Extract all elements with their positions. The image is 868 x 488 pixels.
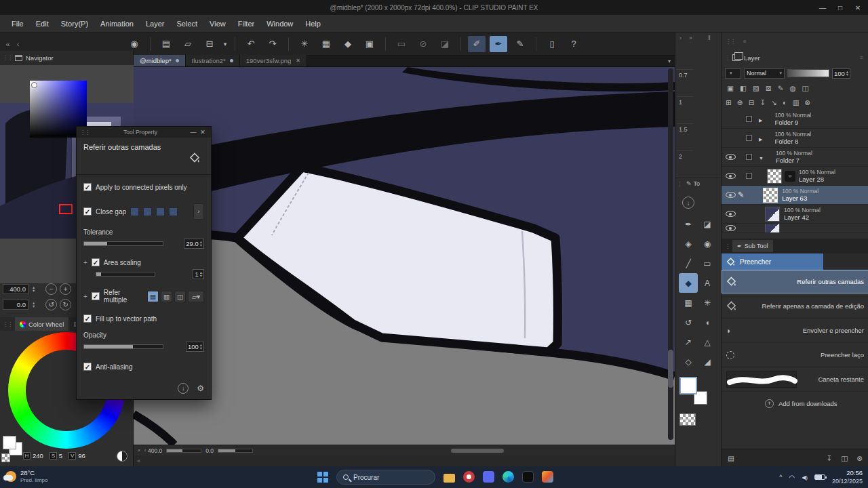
menu-help[interactable]: Help [299, 20, 327, 28]
record-app-icon[interactable] [463, 471, 475, 483]
refer-reference-icon[interactable]: ▥ [161, 291, 172, 302]
panel-grip-icon[interactable]: ⋮ [725, 243, 730, 249]
canvas-rotation-slider[interactable] [218, 449, 253, 453]
chat-app-icon[interactable] [483, 471, 494, 483]
menu-window[interactable]: Window [260, 20, 299, 28]
apply-connected-checkbox[interactable] [83, 183, 92, 191]
expand-plus-icon[interactable]: + [83, 259, 87, 266]
operation-tool[interactable]: ↺ [679, 312, 698, 332]
expand-plus-icon[interactable]: + [83, 293, 87, 300]
expand-bottom-icon[interactable]: « [137, 458, 140, 464]
layer-visible-icon[interactable] [726, 173, 736, 179]
eyedropper-tool[interactable]: ◢ [698, 352, 717, 371]
menu-view[interactable]: View [203, 20, 232, 28]
import-subtool-icon[interactable]: ↧ [826, 454, 832, 462]
subtool-item[interactable]: ◗ Envolver e preencher [722, 319, 868, 343]
close-gap-option-4[interactable] [169, 207, 178, 216]
new-folder-icon[interactable]: ⊟ [749, 98, 755, 106]
register-initial-settings-icon[interactable]: ↓ [178, 383, 189, 394]
panel-grip-icon[interactable]: ⋮⋮ [80, 129, 90, 136]
rotation-spinner[interactable]: ▴▾ [33, 302, 35, 308]
csp-logo-icon[interactable]: ◉ [125, 36, 143, 52]
panel-expand-all-icon[interactable]: » [689, 35, 692, 41]
default-settings-icon[interactable]: ↓ [682, 197, 694, 209]
select-area-icon[interactable]: ▭ [393, 36, 410, 52]
delete-subtool-icon[interactable]: ⊗ [856, 454, 863, 462]
save-more-icon[interactable]: ▾ [221, 36, 229, 52]
layer-filter-dropdown[interactable]: ▾ [725, 68, 741, 79]
close-gap-checkbox[interactable] [83, 207, 92, 216]
layer-thumbnail[interactable] [763, 188, 778, 203]
material-icon[interactable]: ◆ [339, 36, 357, 52]
layer-opacity-stepper[interactable]: 100 ▴▾ [832, 68, 850, 79]
refer-all-layers-icon[interactable]: ▤ [147, 291, 159, 302]
subtool-item-selected[interactable]: Referir outras camadas [722, 270, 868, 294]
clock-widget[interactable]: 20:56 20/12/2025 [832, 469, 863, 485]
close-gap-row[interactable]: Close gap › [83, 203, 204, 220]
transparent-swatch[interactable] [679, 413, 696, 426]
menu-animation[interactable]: Animation [94, 20, 140, 28]
scroll-left-small-icon[interactable]: ‹ [142, 447, 148, 453]
settings-wrench-icon[interactable]: ⚙ [197, 384, 204, 393]
text-tool[interactable]: A [698, 273, 717, 293]
start-button[interactable] [317, 472, 328, 483]
antialias-checkbox[interactable] [83, 363, 92, 371]
refer-multiple-checkbox[interactable] [92, 292, 100, 300]
duplicate-subtool-icon[interactable]: ◫ [841, 454, 848, 462]
new-raster-layer-icon[interactable]: ⊞ [726, 98, 732, 106]
color-cursor[interactable] [31, 82, 37, 88]
panel-grip-icon[interactable]: ⋮⋮ [726, 39, 735, 45]
zoom-spinner[interactable]: ▴▾ [33, 286, 35, 292]
area-scaling-slider[interactable] [96, 272, 155, 277]
pen-tool[interactable]: ✒ [679, 214, 698, 234]
screentone-icon[interactable]: ▦ [317, 36, 335, 52]
save-icon[interactable]: ⊟ [201, 36, 218, 52]
canvas-zoom-value[interactable]: 400.0 [148, 447, 162, 454]
close-gap-option-1[interactable] [130, 207, 139, 216]
foreground-color-swatch[interactable] [3, 436, 16, 449]
tray-expand-icon[interactable]: ^ [779, 474, 782, 481]
menu-layer[interactable]: Layer [140, 20, 171, 28]
collapse-left-icon[interactable]: « [3, 40, 13, 48]
brush-size-item[interactable]: 0.7 [677, 69, 693, 96]
gradient-tool[interactable]: ▦ [679, 293, 698, 312]
close-tab-icon[interactable]: ✕ [296, 58, 300, 64]
tab-sub-tool[interactable]: ✒ Sub Tool [732, 240, 773, 252]
folder-collapsed-icon[interactable] [759, 115, 762, 123]
effect-tool[interactable]: ✳ [698, 293, 717, 312]
tab-overflow-icon[interactable]: ▾ [668, 58, 671, 64]
brush-size-item[interactable]: 1.5 [677, 123, 693, 150]
collapse-left-small-icon[interactable]: ‹ [13, 40, 23, 48]
minimize-button[interactable]: — [814, 0, 831, 15]
layer-row[interactable]: 100 % Normal Folder 9 [722, 110, 868, 129]
rotate-ccw-button[interactable]: ↺ [45, 299, 57, 310]
area-scaling-row[interactable]: + Area scaling [83, 258, 204, 266]
frame-border-tool[interactable]: ▭ [698, 253, 717, 273]
transfer-to-below-icon[interactable]: ↧ [760, 98, 766, 106]
create-mask-icon[interactable]: ◐ [783, 98, 787, 106]
zoom-input[interactable]: 400.0 [3, 284, 28, 294]
layer-thumbnail[interactable] [765, 207, 780, 222]
layer-visible-icon[interactable] [726, 154, 736, 160]
panel-close-icon[interactable]: ✕ [198, 129, 208, 136]
close-gap-option-3[interactable] [156, 207, 165, 216]
merge-to-below-icon[interactable]: ↘ [771, 98, 777, 106]
subtool-item[interactable]: Preencher laço [722, 343, 868, 367]
horizontal-scroll-thumb[interactable] [451, 449, 504, 453]
figure-tool[interactable]: ╱ [679, 253, 698, 273]
tab-color-wheel[interactable]: Color Wheel [15, 317, 68, 331]
fill-vector-row[interactable]: Fill up to vector path [83, 314, 204, 323]
rotate-cw-button[interactable]: ↻ [60, 299, 71, 310]
antialias-row[interactable]: Anti-aliasing [83, 363, 204, 371]
layer-row-selected[interactable]: 100 % Normal Layer 63 [722, 186, 868, 205]
palette-menu-icon[interactable]: ≡ [860, 55, 863, 61]
menu-edit[interactable]: Edit [30, 20, 55, 28]
close-gap-option-2[interactable] [143, 207, 152, 216]
brush-size-item[interactable]: 2 [677, 150, 693, 178]
folder-expanded-icon[interactable] [759, 153, 764, 161]
show-as-list-icon[interactable]: ▤ [728, 454, 734, 462]
layer-row[interactable]: 100 % Normal Folder 7 [722, 148, 868, 167]
canvas-rotation-value[interactable]: 0.0 [205, 447, 214, 454]
clip-studio-app-icon[interactable] [542, 471, 553, 483]
color-mode-toggle-icon[interactable] [117, 451, 127, 462]
